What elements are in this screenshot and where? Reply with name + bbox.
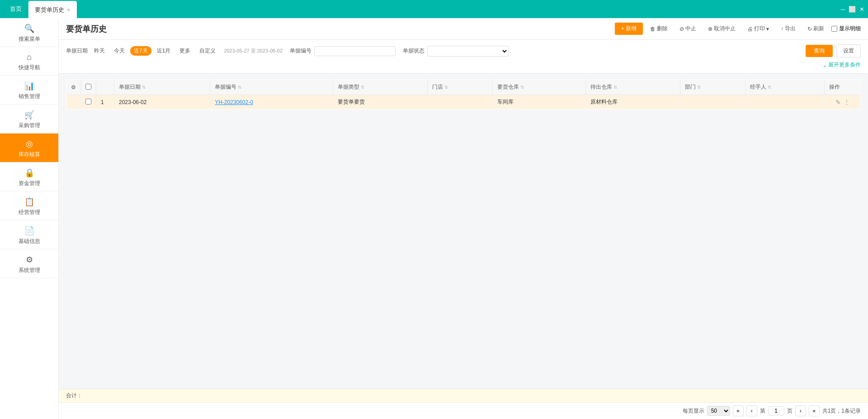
th-settings[interactable]: ⚙ bbox=[66, 80, 81, 95]
filter-actions: 查询 设置 bbox=[806, 44, 861, 57]
top-bar-right: ─ ⬜ ✕ bbox=[841, 6, 864, 13]
last-page-btn[interactable]: » bbox=[809, 405, 820, 416]
row-checkbox[interactable] bbox=[85, 99, 91, 105]
delete-icon: 🗑 bbox=[650, 26, 656, 32]
tab-close-icon[interactable]: × bbox=[67, 7, 70, 13]
td-checkbox bbox=[81, 95, 96, 110]
expand-more-btn[interactable]: ⌄ 展开更多条件 bbox=[822, 61, 861, 69]
page-label-suffix: 页 bbox=[787, 407, 793, 415]
table-header-row: ⚙ 单据日期 ⇅ 单据编号 bbox=[66, 80, 861, 95]
window-minimize-icon[interactable]: ─ bbox=[841, 6, 845, 13]
sort-req-warehouse-icon: ⇅ bbox=[520, 85, 524, 90]
th-doc-type[interactable]: 单据类型 ⇅ bbox=[333, 80, 428, 95]
page-label-prefix: 第 bbox=[760, 407, 765, 415]
th-doc-no-label: 单据编号 bbox=[215, 83, 236, 91]
sidebar-item-search-menu[interactable]: 🔍 搜索菜单 bbox=[0, 18, 58, 47]
doc-no-link[interactable]: YH-20230602-0 bbox=[215, 99, 253, 105]
date-tag-7days[interactable]: 近7天 bbox=[130, 46, 151, 56]
td-doc-no[interactable]: YH-20230602-0 bbox=[210, 95, 333, 110]
th-doc-type-label: 单据类型 bbox=[338, 83, 359, 91]
next-page-btn[interactable]: › bbox=[795, 405, 806, 416]
tab-home[interactable]: 首页 bbox=[4, 0, 28, 18]
show-detail-toggle[interactable]: 显示明细 bbox=[831, 25, 861, 33]
td-req-warehouse: 车间库 bbox=[493, 95, 586, 110]
docno-input[interactable] bbox=[314, 46, 396, 56]
finance-mgmt-icon: 🔒 bbox=[24, 168, 34, 178]
sidebar-item-search-menu-label: 搜索菜单 bbox=[19, 35, 40, 43]
td-settings bbox=[66, 95, 81, 110]
settings-button[interactable]: 设置 bbox=[836, 44, 861, 57]
th-doc-date[interactable]: 单据日期 ⇅ bbox=[114, 80, 210, 95]
date-tag-today[interactable]: 今天 bbox=[110, 46, 128, 56]
per-page-label: 每页显示 bbox=[683, 407, 704, 415]
tab-requisition-history-label: 要货单历史 bbox=[35, 6, 64, 14]
sidebar: 🔍 搜索菜单 ⌂ 快捷导航 📊 销售管理 🛒 采购管理 ◎ 库存核算 🔒 资金管… bbox=[0, 18, 59, 419]
th-doc-no[interactable]: 单据编号 ⇅ bbox=[210, 80, 333, 95]
print-button[interactable]: 🖨 打印 ▾ bbox=[743, 23, 774, 34]
sidebar-item-purchase-mgmt[interactable]: 🛒 采购管理 bbox=[0, 105, 58, 133]
date-tag-more[interactable]: 更多 bbox=[176, 46, 194, 56]
th-store[interactable]: 门店 ⇅ bbox=[427, 80, 492, 95]
show-detail-label: 显示明细 bbox=[839, 25, 861, 33]
print-icon: 🖨 bbox=[747, 26, 753, 32]
th-req-warehouse[interactable]: 要货仓库 ⇅ bbox=[493, 80, 586, 95]
select-all-checkbox[interactable] bbox=[85, 84, 91, 90]
stop-button-label: 中止 bbox=[685, 25, 696, 33]
th-index bbox=[96, 80, 114, 95]
cancel-stop-icon: ⊗ bbox=[708, 26, 712, 32]
sidebar-item-inventory[interactable]: ◎ 库存核算 bbox=[0, 133, 58, 162]
summary-label: 合计： bbox=[66, 392, 82, 399]
sort-store-icon: ⇅ bbox=[444, 85, 448, 90]
summary-bar: 合计： bbox=[59, 389, 868, 402]
tab-requisition-history[interactable]: 要货单历史 × bbox=[28, 1, 77, 19]
th-pending-warehouse[interactable]: 待出仓库 ⇅ bbox=[586, 80, 680, 95]
sidebar-item-sales-mgmt[interactable]: 📊 销售管理 bbox=[0, 76, 58, 105]
query-button[interactable]: 查询 bbox=[806, 45, 833, 57]
expand-chevron-icon: ⌄ bbox=[822, 62, 827, 68]
sidebar-item-ops-mgmt[interactable]: 📋 经营管理 bbox=[0, 191, 58, 220]
docno-filter-label: 单据编号 bbox=[290, 47, 311, 55]
new-button-label: + 新增 bbox=[621, 25, 637, 33]
th-department[interactable]: 部门 ⇅ bbox=[680, 80, 745, 95]
sidebar-item-finance-mgmt-label: 资金管理 bbox=[19, 180, 40, 187]
export-button-label: 导出 bbox=[785, 25, 796, 33]
sidebar-item-finance-mgmt[interactable]: 🔒 资金管理 bbox=[0, 162, 58, 191]
total-info: 共1页，1条记录 bbox=[822, 407, 861, 415]
per-page-select[interactable]: 50 10 20 100 bbox=[707, 406, 730, 416]
sidebar-item-basic-info-label: 基础信息 bbox=[19, 238, 40, 245]
th-handler[interactable]: 经手人 ⇅ bbox=[745, 80, 824, 95]
td-operation: ✎ ⋮ bbox=[825, 95, 861, 110]
purchase-mgmt-icon: 🛒 bbox=[24, 110, 34, 120]
td-index: 1 bbox=[96, 95, 114, 110]
row-edit-icon[interactable]: ✎ bbox=[835, 99, 841, 106]
sidebar-item-quick-nav[interactable]: ⌂ 快捷导航 bbox=[0, 47, 58, 76]
first-page-btn[interactable]: « bbox=[733, 405, 744, 416]
export-button[interactable]: ↑ 导出 bbox=[776, 23, 800, 34]
quick-nav-icon: ⌂ bbox=[27, 52, 32, 62]
stop-button[interactable]: ⊘ 中止 bbox=[675, 23, 701, 34]
expand-more-label: 展开更多条件 bbox=[828, 61, 861, 69]
top-bar: 首页 要货单历史 × ─ ⬜ ✕ bbox=[0, 0, 868, 18]
cancel-stop-button[interactable]: ⊗ 取消中止 bbox=[703, 23, 740, 34]
sort-doc-no-icon: ⇅ bbox=[238, 85, 241, 90]
show-detail-checkbox[interactable] bbox=[831, 26, 837, 32]
date-tag-yesterday[interactable]: 昨天 bbox=[90, 46, 108, 56]
sidebar-item-system-mgmt[interactable]: ⚙ 系统管理 bbox=[0, 249, 58, 278]
new-button[interactable]: + 新增 bbox=[615, 23, 643, 35]
sidebar-item-basic-info[interactable]: 📄 基础信息 bbox=[0, 220, 58, 249]
window-maximize-icon[interactable]: ⬜ bbox=[849, 6, 856, 13]
refresh-button[interactable]: ↻ 刷新 bbox=[803, 23, 829, 34]
pagination: 每页显示 50 10 20 100 « ‹ 第 页 › » 共1页，1条记录 bbox=[59, 402, 868, 419]
date-filter-label: 单据日期 bbox=[66, 47, 88, 55]
prev-page-btn[interactable]: ‹ bbox=[746, 405, 757, 416]
window-close-icon[interactable]: ✕ bbox=[859, 6, 864, 13]
status-select[interactable] bbox=[427, 46, 509, 57]
refresh-icon: ↻ bbox=[807, 26, 812, 32]
page-number-input[interactable] bbox=[768, 406, 784, 415]
system-mgmt-icon: ⚙ bbox=[26, 255, 33, 265]
delete-button[interactable]: 🗑 删除 bbox=[646, 23, 672, 34]
date-tag-custom[interactable]: 自定义 bbox=[196, 46, 219, 56]
row-more-icon[interactable]: ⋮ bbox=[844, 99, 850, 106]
date-tag-1month[interactable]: 近1月 bbox=[153, 46, 175, 56]
sort-doc-date-icon: ⇅ bbox=[142, 85, 146, 90]
